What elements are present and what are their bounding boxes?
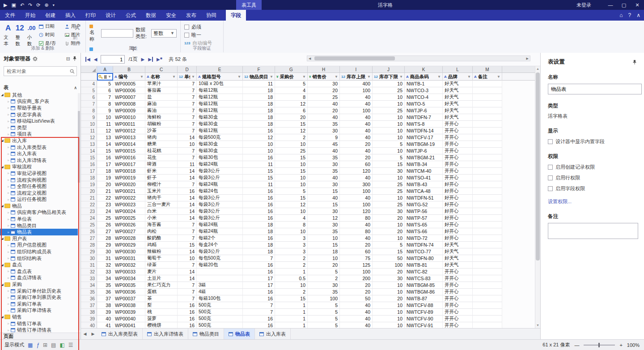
grid-cell[interactable]: 300 <box>340 181 373 188</box>
field-header[interactable]: ID▼ <box>97 73 113 81</box>
grid-cell[interactable]: 每袋3公斤 <box>197 201 243 208</box>
grid-cell[interactable]: NWTBGM-86 <box>405 289 443 295</box>
grid-cell[interactable]: 20 <box>373 295 405 302</box>
expand-arrow-icon[interactable]: ◢ <box>0 204 4 208</box>
grid-cell[interactable]: 7 <box>178 295 197 302</box>
grid-cell[interactable]: 10 <box>275 175 308 181</box>
column-letter[interactable]: H <box>308 66 340 73</box>
grid-cell[interactable]: 开开心 <box>443 154 473 161</box>
sheet-tab[interactable]: 出入库表 <box>255 329 291 339</box>
grid-cell[interactable]: 30 <box>373 168 405 175</box>
grid-cell[interactable]: NWTBGM-85 <box>405 282 443 289</box>
row-number[interactable]: 8 <box>81 107 97 114</box>
grid-cell[interactable]: 50 <box>373 255 405 262</box>
tree-item[interactable]: ▹出入库类型表 <box>0 144 79 151</box>
expand-arrow-icon[interactable]: ▹ <box>6 178 11 182</box>
grid-cell[interactable]: 16 <box>243 289 275 295</box>
grid-cell[interactable]: 35 <box>308 168 340 175</box>
grid-cell[interactable]: 120 <box>340 168 373 175</box>
grid-cell[interactable]: 30 <box>373 208 405 215</box>
tree-item[interactable]: ▹运行任务视图 <box>0 196 79 203</box>
grid-cell[interactable]: 10 <box>275 208 308 215</box>
grid-cell[interactable]: 好开心 <box>443 181 473 188</box>
grid-cell[interactable]: 25 <box>373 201 405 208</box>
grid-cell[interactable]: 15 <box>275 168 308 175</box>
grid-cell[interactable]: 34 <box>97 275 113 282</box>
grid-cell[interactable]: 10 <box>275 141 308 148</box>
field-header[interactable]: 12库存上限▼ <box>340 73 373 81</box>
grid-cell[interactable]: WP00009 <box>113 107 145 114</box>
tree-item[interactable]: ▹流程定义视图 <box>0 190 79 196</box>
grid-cell[interactable] <box>197 275 243 282</box>
column-letter[interactable]: F <box>243 66 275 73</box>
grid-cell[interactable]: 16 <box>97 154 113 161</box>
scrollbar-thumb[interactable] <box>536 73 540 260</box>
grid-cell[interactable] <box>197 269 243 275</box>
grid-cell[interactable]: 7 <box>178 154 197 161</box>
grid-cell[interactable]: 开开心 <box>443 148 473 154</box>
grid-cell[interactable]: 40 <box>340 222 373 228</box>
collapse-ribbon-icon[interactable]: ∧ <box>636 12 640 18</box>
grid-cell[interactable]: WP00039 <box>113 309 145 316</box>
grid-cell[interactable]: 35 <box>308 154 340 161</box>
grid-cell[interactable]: 7 <box>243 255 275 262</box>
help-icon[interactable]: ? <box>628 12 631 18</box>
expand-arrow-icon[interactable]: ◢ <box>0 139 4 142</box>
row-number[interactable]: 32 <box>81 269 97 275</box>
grid-cell[interactable] <box>473 235 502 242</box>
grid-cell[interactable]: 15 <box>373 161 405 168</box>
expand-arrow-icon[interactable]: ◢ <box>0 93 4 97</box>
grid-cell[interactable]: 10 <box>275 228 308 235</box>
grid-cell[interactable] <box>473 121 502 128</box>
ribbon-tab[interactable]: 设计 <box>101 10 121 21</box>
grid-cell[interactable]: 小米 <box>145 215 178 222</box>
tree-item[interactable]: ▹全部任务视图 <box>0 183 79 190</box>
grid-cell[interactable]: 28 <box>97 235 113 242</box>
grid-cell[interactable]: 35 <box>308 228 340 235</box>
grid-cell[interactable]: 1 <box>275 269 308 275</box>
expand-arrow-icon[interactable]: ▹ <box>6 132 11 136</box>
column-letter[interactable]: L <box>443 66 473 73</box>
chevron-down-icon[interactable]: ▼ <box>270 75 273 79</box>
grid-cell[interactable]: WP00028 <box>113 235 145 242</box>
expand-arrow-icon[interactable]: ◢ <box>0 283 4 286</box>
grid-cell[interactable]: 500克 <box>197 316 243 322</box>
field-header[interactable]: ¥销售价▼ <box>308 73 340 81</box>
expand-arrow-icon[interactable]: ▹ <box>6 322 11 325</box>
grid-cell[interactable]: WP00036 <box>113 289 145 295</box>
grid-cell[interactable]: 14 <box>178 269 197 275</box>
grid-cell[interactable]: 40 <box>308 195 340 201</box>
grid-cell[interactable]: WP00032 <box>113 262 145 269</box>
grid-cell[interactable]: WP00031 <box>113 255 145 262</box>
zoom-in-icon[interactable]: + <box>619 342 622 348</box>
grid-cell[interactable]: 16 <box>178 309 197 316</box>
grid-cell[interactable]: 18 <box>243 248 275 255</box>
chevron-down-icon[interactable]: ▼ <box>237 75 241 79</box>
maximize-button[interactable]: ▢ <box>617 0 631 10</box>
expand-arrow-icon[interactable]: ▹ <box>6 243 11 247</box>
grid-cell[interactable]: WP00008 <box>113 101 145 107</box>
grid-cell[interactable] <box>473 282 502 289</box>
tabs-scroll-left-icon[interactable]: ◀ <box>81 332 89 336</box>
grid-cell[interactable]: 每箱12瓶 <box>197 107 243 114</box>
grid-cell[interactable]: 2 <box>275 262 308 269</box>
gear-icon[interactable] <box>33 56 38 61</box>
grid-cell[interactable]: WP00011 <box>113 121 145 128</box>
row-number[interactable]: 31 <box>81 262 97 269</box>
chevron-down-icon[interactable]: ▼ <box>497 75 500 79</box>
expand-arrow-icon[interactable]: ▹ <box>6 171 11 175</box>
grid-cell[interactable]: 40 <box>340 175 373 181</box>
grid-cell[interactable]: NWTSO-41 <box>405 175 443 181</box>
tabs-scroll-right-icon[interactable]: ▶ <box>89 332 97 336</box>
expand-arrow-icon[interactable]: ◢ <box>0 237 4 240</box>
grid-cell[interactable]: 10 <box>275 181 308 188</box>
grid-cell[interactable]: 7 <box>97 94 113 101</box>
grid-cell[interactable]: 37 <box>97 295 113 302</box>
grid-cell[interactable]: 好天气 <box>443 101 473 107</box>
grid-cell[interactable]: NWTB-87 <box>405 295 443 302</box>
expand-arrow-icon[interactable]: ▹ <box>6 158 11 162</box>
grid-cell[interactable]: NWTCFV-90 <box>405 316 443 322</box>
grid-cell[interactable]: 开开心 <box>443 309 473 316</box>
grid-cell[interactable]: 16 <box>243 295 275 302</box>
list-view-icon[interactable]: ▤ <box>51 342 56 348</box>
